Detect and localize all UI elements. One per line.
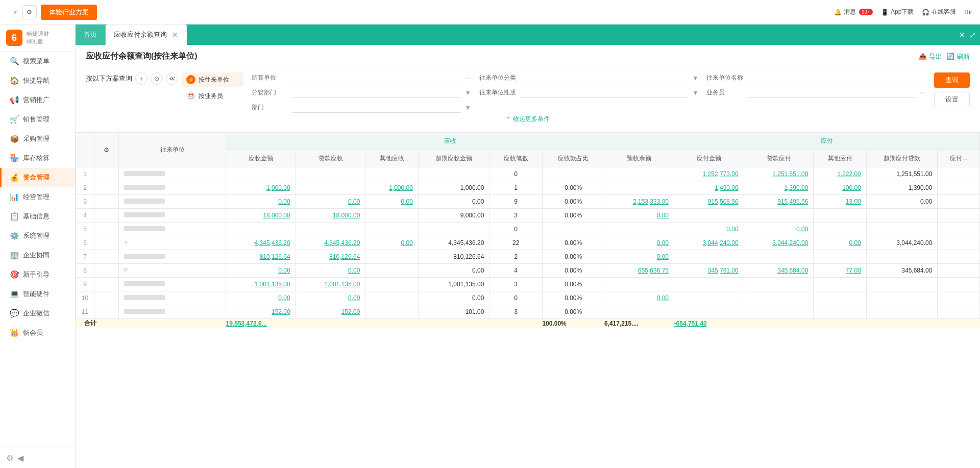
settings-bottom-icon[interactable]: ⚙ [6, 453, 13, 463]
row-ar-other[interactable] [365, 167, 419, 181]
field-partner-name-input[interactable] [747, 72, 926, 83]
row-ar-prepay[interactable] [604, 181, 674, 195]
add-filter-btn[interactable]: ＋ [135, 72, 148, 85]
cell-value[interactable]: 0.00 [278, 267, 290, 274]
cell-value[interactable]: 0.00 [278, 294, 290, 302]
row-ar-amount[interactable]: 1,001,135.00 [226, 278, 296, 291]
row-ar-prepay[interactable]: 2,153,333.00 [604, 195, 674, 209]
row-ap-amount[interactable]: 0.00 [674, 223, 744, 236]
cell-value[interactable]: 13.00 [846, 198, 861, 205]
cell-value[interactable]: 1,000.00 [266, 184, 290, 191]
row-ar-prepay[interactable] [604, 167, 674, 181]
user-avatar[interactable]: Rit [964, 9, 972, 16]
online-service-btn[interactable]: 🎧 在线客服 [922, 8, 956, 16]
cell-value[interactable]: 2,153,333.00 [633, 198, 669, 205]
field-subdept-select[interactable] [292, 102, 461, 113]
row-ar-other[interactable] [365, 223, 419, 236]
row-ap-amount[interactable]: 345,761.00 [674, 264, 744, 278]
row-ar-prepay[interactable] [604, 305, 674, 319]
row-ap-other[interactable] [814, 278, 867, 291]
app-download-btn[interactable]: 📱 App下载 [881, 8, 914, 16]
row-ap-loan[interactable] [744, 305, 814, 319]
cell-value[interactable]: 0.00 [401, 198, 412, 205]
filter-option-salesman[interactable]: ⏰ 按业务员 [182, 89, 243, 103]
sidebar-item-inventory[interactable]: 🏪 库存核算 [0, 149, 75, 168]
row-ar-loan[interactable]: 0.00 [296, 195, 365, 209]
sidebar-item-hardware[interactable]: 💻 智能硬件 [0, 284, 75, 304]
cell-value[interactable]: 4,345,436.20 [255, 239, 290, 247]
row-ar-other[interactable] [365, 305, 419, 319]
field-partner-nature-chevron[interactable]: ▼ [692, 89, 698, 96]
row-ar-amount[interactable]: 0.00 [226, 195, 296, 209]
message-btn[interactable]: 🔔 消息 99+ [834, 8, 873, 16]
row-ap-amount[interactable] [674, 278, 744, 291]
sidebar-item-purchase[interactable]: 📦 采购管理 [0, 129, 75, 149]
row-ap-other[interactable]: 13.00 [814, 195, 867, 209]
sidebar-item-collab[interactable]: 🏢 企业协同 [0, 245, 75, 265]
sidebar-item-system[interactable]: ⚙️ 系统管理 [0, 226, 75, 245]
field-salesman-input[interactable] [747, 87, 915, 98]
field-partner-category-chevron[interactable]: ▼ [692, 75, 698, 82]
sidebar-item-member[interactable]: 👑 畅会员 [0, 323, 75, 342]
row-ap-loan[interactable] [744, 291, 814, 305]
row-ar-loan[interactable]: 810,126.64 [296, 250, 365, 264]
row-ap-other[interactable]: 1,222.00 [814, 167, 867, 181]
row-ap-loan[interactable]: 1,390.00 [744, 181, 814, 195]
row-ar-amount[interactable] [226, 223, 296, 236]
row-ap-amount[interactable]: 3,044,240.00 [674, 236, 744, 250]
cell-value[interactable]: 1,490.00 [715, 184, 739, 191]
row-ar-other[interactable] [365, 264, 419, 278]
cell-value[interactable]: 1,001,135.00 [255, 281, 290, 288]
refresh-button[interactable]: 🔄 刷新 [946, 52, 970, 61]
cell-value[interactable]: 0.00 [657, 294, 669, 302]
row-ap-other[interactable]: 77.00 [814, 264, 867, 278]
row-ar-amount[interactable]: 18,000.00 [226, 209, 296, 223]
row-ar-amount[interactable] [226, 167, 296, 181]
total-ap-amount[interactable]: -654,751.40 [674, 319, 744, 328]
collapse-icon[interactable]: ◀ [17, 453, 23, 463]
row-ap-amount[interactable] [674, 291, 744, 305]
cell-value[interactable]: 0.00 [401, 239, 412, 247]
sidebar-item-wechat[interactable]: 💬 企业微信 [0, 304, 75, 323]
cell-value[interactable]: 152.00 [341, 308, 360, 315]
tab-close-all-icon[interactable]: ✕ [959, 30, 965, 40]
row-ap-other[interactable]: 0.00 [814, 236, 867, 250]
row-ar-prepay[interactable]: 0.00 [604, 236, 674, 250]
row-ar-other[interactable]: 0.00 [365, 236, 419, 250]
row-ar-amount[interactable]: 152.00 [226, 305, 296, 319]
field-settlement-input[interactable] [292, 72, 460, 83]
row-ar-loan[interactable]: 4,345,436.20 [296, 236, 365, 250]
row-ap-amount[interactable] [674, 209, 744, 223]
cell-value[interactable]: 100.00 [842, 184, 861, 191]
query-button[interactable]: 查询 [934, 72, 970, 88]
row-ar-amount[interactable]: 0.00 [226, 291, 296, 305]
row-ar-other[interactable]: 1,000.00 [365, 181, 419, 195]
row-ar-amount[interactable]: 810,126.64 [226, 250, 296, 264]
row-ar-loan[interactable]: 0.00 [296, 291, 365, 305]
row-ap-other[interactable] [814, 223, 867, 236]
options-filter-btn[interactable]: ⊙ [151, 72, 163, 85]
cell-value[interactable]: 1,000.00 [389, 184, 413, 191]
row-ap-loan[interactable]: 915,495.56 [744, 195, 814, 209]
tab-ar-ap[interactable]: 应收应付余额查询 ✕ [106, 24, 187, 45]
field-settlement-dots[interactable]: ··· [464, 73, 471, 83]
cell-value[interactable]: 18,000.00 [263, 212, 290, 219]
row-ap-loan[interactable] [744, 209, 814, 223]
cell-value[interactable]: 810,126.64 [260, 253, 290, 260]
sidebar-item-basic-info[interactable]: 📋 基础信息 [0, 207, 75, 226]
cell-value[interactable]: 915,508.56 [708, 198, 739, 205]
row-ap-loan[interactable] [744, 250, 814, 264]
setting-button[interactable]: 设置 [934, 92, 970, 107]
row-ar-loan[interactable] [296, 223, 365, 236]
row-ap-amount[interactable] [674, 305, 744, 319]
cell-value[interactable]: 0.00 [348, 198, 360, 205]
row-ar-prepay[interactable]: 0.00 [604, 250, 674, 264]
row-ar-amount[interactable]: 0.00 [226, 264, 296, 278]
cell-value[interactable]: 0.00 [278, 198, 290, 205]
filter-option-partner[interactable]: ⚡ 按往来单位 [182, 72, 243, 87]
collapse-btn[interactable]: ⌃ 收起更多条件 [504, 113, 552, 126]
row-ap-amount[interactable]: 1,490.00 [674, 181, 744, 195]
cell-value[interactable]: 0.00 [657, 212, 669, 219]
row-ap-loan[interactable]: 0.00 [744, 223, 814, 236]
sidebar-item-operations[interactable]: 📊 经营管理 [0, 187, 75, 207]
